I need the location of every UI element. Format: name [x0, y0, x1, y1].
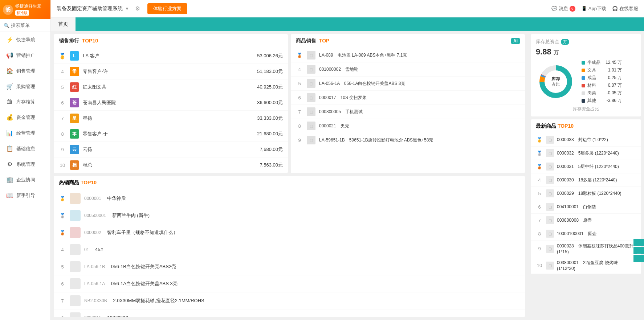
- customer-ranking-header: 销售排行 TOP10: [54, 34, 288, 48]
- customer-service-button[interactable]: 客服热线: [633, 239, 644, 246]
- rank-number: 9: [536, 246, 543, 251]
- legend-dot: [582, 99, 585, 103]
- customer-name: 档总: [83, 162, 256, 168]
- product-sales-list: 🥉 ▢ LA-089 电池盖 LA-089 ABS本色+黑种 7.1克 4 ▢ …: [291, 48, 525, 147]
- product-thumbnail: [70, 193, 81, 204]
- rank-number: 8: [536, 231, 543, 237]
- search-icon: 🔍: [4, 23, 9, 28]
- rank-number: 7: [296, 109, 303, 115]
- rank-number: 4: [536, 177, 543, 183]
- product-img: ▢: [546, 230, 554, 238]
- avatar: 星: [70, 114, 79, 123]
- list-item: 10 档 档总 7,563.00元: [54, 157, 288, 173]
- customer-name: 苍南县人民医院: [83, 99, 253, 106]
- product-name: 000800005 手机测试: [319, 109, 520, 115]
- product-name: 0000028 体碗荔枝味苏打饮品400毫升 (1*15): [557, 243, 636, 254]
- app-download-button[interactable]: 📱 App下载: [581, 5, 606, 12]
- tab-home[interactable]: 首页: [51, 17, 76, 31]
- app-logo: 畅 畅捷通好生意 标准版: [0, 0, 50, 19]
- sidebar-item-sales[interactable]: 🏠 销售管理: [0, 63, 50, 79]
- customer-amount: 40,925.00元: [257, 84, 283, 90]
- message-button[interactable]: 💬 消息 6: [551, 5, 575, 12]
- legend-item: 成品 0.25 万: [582, 75, 622, 81]
- legend-item: 半成品 12.45 万: [582, 60, 622, 66]
- system-icon: ⚙: [6, 161, 13, 168]
- main-area: 装备及固定资产辅助管理系统 ▼ ⚙ 体验行业方案 💬 消息 6 📱 App下载 …: [51, 0, 644, 320]
- list-item: 5 LA-056-1B 056-1B白色按键开关壳ABS2壳: [54, 258, 525, 275]
- top-panels: 销售排行 TOP10 🥇 L LS 客户 53,006.26元 4 零 零售客户: [54, 34, 525, 173]
- product-thumbnail: [70, 295, 81, 306]
- list-item: 6 ▢ 004100001 白钢垫: [531, 200, 641, 214]
- rank-number: 🥈: [536, 151, 543, 156]
- hot-products-header: 热销商品 TOP10: [54, 176, 525, 190]
- list-item: 4 零 零售客户-许 51,183.00元: [54, 64, 288, 79]
- live-button[interactable]: 直播: [633, 255, 644, 262]
- rank-number: 6: [536, 204, 543, 210]
- community-button[interactable]: 服务社区: [633, 247, 644, 254]
- sidebar-item-finance[interactable]: 💰 资金管理: [0, 110, 50, 125]
- customer-amount: 36,600.00元: [257, 99, 283, 106]
- sidebar-item-quicknav[interactable]: ⚡ 快捷导航: [0, 32, 50, 48]
- sidebar-item-system[interactable]: ⚙ 系统管理: [0, 156, 50, 172]
- legend-dot: [582, 84, 585, 87]
- product-name: 000800008 原壶: [557, 217, 636, 223]
- rank-number: 8: [296, 123, 303, 129]
- center-panel: 销售排行 TOP10 🥇 L LS 客户 53,006.26元 4 零 零售客户: [51, 31, 528, 320]
- tabbar: 首页: [51, 17, 644, 31]
- product-img: ▢: [307, 65, 315, 74]
- customer-name: 云扬: [83, 146, 256, 153]
- online-service-button[interactable]: 🎧 在线客服: [612, 5, 638, 12]
- legend-dot: [582, 61, 585, 65]
- sidebar-item-purchase[interactable]: 🛒 采购管理: [0, 79, 50, 94]
- rank-number: 5: [296, 81, 303, 86]
- list-item: 7 星 星扬 33,333.00元: [54, 111, 288, 126]
- product-name: 001000002 雪地靴: [319, 66, 520, 73]
- list-item: 🥉 ▢ LA-089 电池盖 LA-089 ABS本色+黑种 7.1克: [291, 48, 525, 62]
- list-item: 4 ▢ 001000002 雪地靴: [291, 62, 525, 77]
- system-name[interactable]: 装备及固定资产辅助管理系统 ▼: [57, 5, 129, 12]
- list-item: 8 零 零售客户-于 21,680.00元: [54, 126, 288, 142]
- customer-name: 红太阳文具: [83, 84, 253, 90]
- legend-dot: [582, 91, 585, 95]
- hot-products-list: 🥇 0000001 中华神盾 🥈 000500001 新西兰牛肉 (新牛): [54, 190, 525, 317]
- sidebar-nav: ⚡ 快捷导航 📢 营销推广 🏠 销售管理 🛒 采购管理 🏛 库存核算 💰 资金管…: [0, 32, 50, 320]
- list-item: 5 ▢ 0000029 18颗粒板 (1220*2440): [531, 187, 641, 200]
- product-sales-panel: 商品销售 TOP Ai 🥉 ▢ LA-089 电池盖 LA-089 ABS本色+…: [291, 34, 525, 173]
- rank-number: 9: [59, 147, 66, 152]
- sidebar-item-guide[interactable]: 📖 新手引导: [0, 188, 50, 203]
- list-item: 6 LA-056-1A 056-1A白色按键开关盖ABS 3壳: [54, 275, 525, 292]
- product-info: 0000011 12070519-xs: [84, 315, 520, 317]
- product-name: 003800001 22g鱼豆腐-烧烤味 (1*12*20): [557, 260, 636, 271]
- search-menu-button[interactable]: 🔍 搜索菜单: [4, 22, 30, 29]
- list-item: 6 ▢ 0000017 10S 变扭罗浆: [291, 91, 525, 105]
- customer-amount: 51,183.00元: [257, 68, 283, 75]
- legend-item: 其他 -3.86 万: [582, 98, 622, 104]
- sidebar-item-enterprise[interactable]: 🏢 企业协同: [0, 172, 50, 188]
- stock-legend: 半成品 12.45 万 文具 1.01 万 成品 0.25 万: [582, 60, 622, 104]
- legend-dot: [582, 69, 585, 72]
- product-img: ▢: [546, 163, 554, 171]
- list-item: 10 ▢ 003800001 22g鱼豆腐-烧烤味 (1*12*20): [531, 257, 641, 274]
- purchase-icon: 🛒: [6, 83, 13, 90]
- rank-number: 6: [59, 100, 66, 106]
- new-products-panel: 最新商品 TOP10 🥇 ▢ 0000033 封边带 (1.0*22) 🥈 ▢ …: [531, 119, 641, 274]
- settings-icon[interactable]: ⚙: [135, 5, 140, 12]
- sidebar-item-operations[interactable]: 📊 经营管理: [0, 125, 50, 141]
- customer-amount: 33,333.00元: [257, 115, 283, 122]
- sidebar-item-base[interactable]: 📋 基础信息: [0, 141, 50, 156]
- legend-item: 肉类 -0.05 万: [582, 90, 622, 96]
- svg-text:库存: 库存: [551, 77, 561, 82]
- product-info: LA-056-1A 056-1A白色按键开关盖ABS 3壳: [84, 280, 520, 287]
- new-products-header: 最新商品 TOP10: [531, 119, 641, 133]
- topbar-right: 💬 消息 6 📱 App下载 🎧 在线客服: [551, 5, 638, 12]
- sidebar-item-marketing[interactable]: 📢 营销推广: [0, 48, 50, 63]
- customer-name: 零售客户-许: [83, 68, 253, 75]
- rank-number: 🥇: [536, 137, 543, 143]
- sales-icon: 🏠: [6, 67, 13, 74]
- trial-button[interactable]: 体验行业方案: [147, 3, 187, 14]
- message-icon: 💬: [551, 6, 557, 11]
- sidebar-item-stock[interactable]: 🏛 库存核算: [0, 94, 50, 110]
- list-item: 8 0000011 12070519-xs: [54, 309, 525, 317]
- search-menu-item[interactable]: 🔍 搜索菜单: [0, 19, 50, 32]
- rank-number: 🥈: [59, 213, 66, 218]
